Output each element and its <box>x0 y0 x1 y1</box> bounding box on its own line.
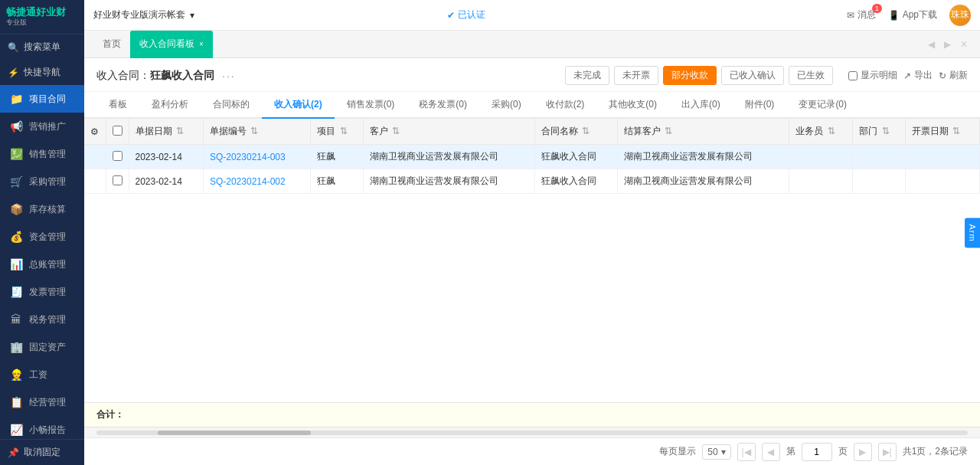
project-col-header[interactable]: 项目 ⇅ <box>311 119 363 145</box>
row-contract: 狂飙收入合同 <box>535 169 618 194</box>
per-page-dropdown-icon: ▾ <box>721 447 726 457</box>
sidebar-item-2[interactable]: 💹 销售管理 <box>0 140 84 168</box>
gear-icon[interactable]: ⚙ <box>90 126 99 137</box>
gear-col-header[interactable]: ⚙ <box>84 119 106 145</box>
sidebar-item-0[interactable]: 📁 项目合同 <box>0 85 84 113</box>
refresh-button[interactable]: ↻ 刷新 <box>939 69 968 82</box>
tab-next-button[interactable]: ▶ <box>941 36 954 53</box>
avatar[interactable]: 珠珠 <box>949 5 971 26</box>
bill-link[interactable]: SQ-20230214-003 <box>210 152 286 162</box>
sub-tab-7[interactable]: 收付款(2) <box>534 92 597 119</box>
page-input[interactable] <box>802 443 832 461</box>
settle-col-header[interactable]: 结算客户 ⇅ <box>617 119 789 145</box>
sidebar-nav: 📁 项目合同 📢 营销推广 💹 销售管理 🛒 采购管理 📦 库存核算 💰 资金管… <box>0 85 84 439</box>
row-date: 2023-02-14 <box>129 145 203 169</box>
right-panel[interactable]: Arm <box>965 218 980 247</box>
first-page-button[interactable]: |◀ <box>737 443 756 461</box>
message-icon: ✉ <box>847 10 854 21</box>
nav-item-label: 采购管理 <box>29 175 66 188</box>
nav-item-label: 库存核算 <box>29 203 66 216</box>
sub-tab-10[interactable]: 附件(0) <box>733 92 787 119</box>
export-button[interactable]: ↗ 导出 <box>903 69 933 82</box>
scrollbar-track[interactable] <box>96 431 968 435</box>
search-label: 搜索菜单 <box>24 41 60 54</box>
sub-tab-0[interactable]: 看板 <box>96 92 139 119</box>
table-row[interactable]: 2023-02-14 SQ-20230214-002 狂飙 湖南卫视商业运营发展… <box>84 169 980 194</box>
bill-link[interactable]: SQ-20230214-002 <box>210 176 286 187</box>
quick-nav[interactable]: ⚡ 快捷导航 <box>0 60 84 85</box>
last-page-button[interactable]: ▶| <box>878 443 897 461</box>
sub-tab-11[interactable]: 变更记录(0) <box>786 92 859 119</box>
invoicedate-col-header[interactable]: 开票日期 ⇅ <box>905 119 980 145</box>
billno-col-header[interactable]: 单据编号 ⇅ <box>203 119 310 145</box>
nav-section: 📁 项目合同 📢 营销推广 💹 销售管理 🛒 采购管理 📦 库存核算 💰 资金管… <box>0 85 84 439</box>
sub-tab-9[interactable]: 出入库(0) <box>669 92 733 119</box>
row-check[interactable] <box>106 169 129 194</box>
sidebar-bottom[interactable]: 📌 取消固定 <box>0 439 84 465</box>
nav-item-icon: 💹 <box>9 147 23 161</box>
date-col-header[interactable]: 单据日期 ⇅ <box>129 119 203 145</box>
message-button[interactable]: ✉ 消息 1 <box>847 8 876 21</box>
sub-tab-3[interactable]: 收入确认(2) <box>262 92 335 119</box>
sidebar-search[interactable]: 🔍 搜索菜单 <box>0 34 84 60</box>
sidebar-item-12[interactable]: 📈 小畅报告 <box>0 416 84 439</box>
customer-col-header[interactable]: 客户 ⇅ <box>363 119 534 145</box>
sidebar-item-3[interactable]: 🛒 采购管理 <box>0 168 84 195</box>
sidebar-item-7[interactable]: 🧾 发票管理 <box>0 278 84 306</box>
show-detail-checkbox[interactable]: 显示明细 <box>848 69 897 82</box>
app-download-button[interactable]: 📱 App下载 <box>888 8 937 21</box>
row-date: 2023-02-14 <box>129 169 203 194</box>
salesman-col-header[interactable]: 业务员 ⇅ <box>789 119 853 145</box>
status-btn-3[interactable]: 已收入确认 <box>721 66 784 85</box>
row-billno[interactable]: SQ-20230214-002 <box>203 169 310 194</box>
sub-tab-1[interactable]: 盈利分析 <box>139 92 201 119</box>
select-all-checkbox[interactable] <box>113 126 122 136</box>
pagination: 每页显示 50 ▾ |◀ ◀ 第 页 ▶ ▶| 共1页，2条记录 <box>84 437 980 465</box>
company-selector[interactable]: 好业财专业版演示帐套 ▾ <box>93 8 439 21</box>
sort-icon: ⇅ <box>582 126 590 136</box>
dept-col-header[interactable]: 部门 ⇅ <box>853 119 905 145</box>
per-page-selector[interactable]: 50 ▾ <box>702 444 730 460</box>
row-project: 狂飙 <box>311 145 363 169</box>
sub-tab-8[interactable]: 其他收支(0) <box>596 92 669 119</box>
status-btn-0[interactable]: 未完成 <box>565 66 609 85</box>
table-container[interactable]: ⚙ 单据日期 ⇅ 单据编号 ⇅ 项目 ⇅ 客户 ⇅ 合同名称 ⇅ 结算客户 ⇅ … <box>84 119 980 402</box>
home-tab[interactable]: 首页 <box>93 31 130 58</box>
row-check[interactable] <box>106 145 129 169</box>
sidebar-item-10[interactable]: 👷 工资 <box>0 361 84 388</box>
nav-item-label: 总账管理 <box>29 258 66 271</box>
sidebar-item-1[interactable]: 📢 营销推广 <box>0 113 84 140</box>
horizontal-scrollbar[interactable] <box>84 427 980 437</box>
sub-tab-2[interactable]: 合同标的 <box>201 92 262 119</box>
scrollbar-thumb[interactable] <box>158 431 311 435</box>
next-page-button[interactable]: ▶ <box>854 443 872 461</box>
check-col-header[interactable] <box>106 119 129 145</box>
sub-tab-5[interactable]: 税务发票(0) <box>407 92 479 119</box>
tab-prev-button[interactable]: ◀ <box>925 36 938 53</box>
sub-tab-4[interactable]: 销售发票(0) <box>335 92 407 119</box>
sidebar-item-5[interactable]: 💰 资金管理 <box>0 223 84 251</box>
contract-tab[interactable]: 收入合同看板 × <box>130 31 213 58</box>
row-billno[interactable]: SQ-20230214-003 <box>203 145 310 169</box>
sidebar-item-8[interactable]: 🏛 税务管理 <box>0 306 84 333</box>
search-icon: 🔍 <box>8 42 19 53</box>
sidebar-item-9[interactable]: 🏢 固定资产 <box>0 333 84 361</box>
status-btn-4[interactable]: 已生效 <box>789 66 833 85</box>
sidebar-item-11[interactable]: 📋 经营管理 <box>0 388 84 416</box>
prev-page-button[interactable]: ◀ <box>762 443 780 461</box>
tab-close-button[interactable]: ✕ <box>957 36 971 53</box>
right-panel-icon[interactable]: Arm <box>965 218 980 247</box>
more-button[interactable]: ··· <box>222 70 236 82</box>
contract-col-header[interactable]: 合同名称 ⇅ <box>535 119 618 145</box>
sub-tab-6[interactable]: 采购(0) <box>479 92 534 119</box>
sidebar-item-6[interactable]: 📊 总账管理 <box>0 251 84 278</box>
page-label: 第 <box>786 445 795 458</box>
tab-close-icon[interactable]: × <box>199 40 204 48</box>
sidebar-item-4[interactable]: 📦 库存核算 <box>0 195 84 223</box>
nav-item-icon: 🧾 <box>9 285 23 299</box>
export-icon: ↗ <box>903 70 911 81</box>
row-invoicedate <box>905 169 980 194</box>
status-btn-2[interactable]: 部分收款 <box>663 66 717 85</box>
table-row[interactable]: 2023-02-14 SQ-20230214-003 狂飙 湖南卫视商业运营发展… <box>84 145 980 169</box>
status-btn-1[interactable]: 未开票 <box>614 66 658 85</box>
